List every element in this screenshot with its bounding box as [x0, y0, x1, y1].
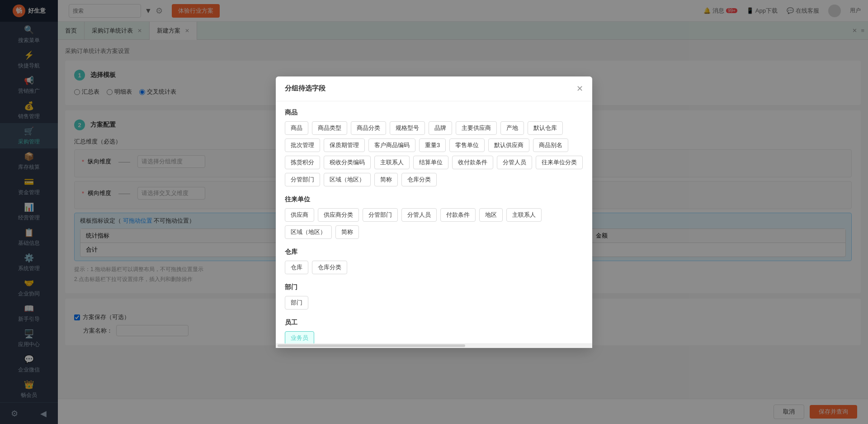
- field-tag-0-15[interactable]: 拣货积分: [285, 156, 320, 169]
- modal-section-tags-2: 仓库仓库分类: [285, 261, 583, 274]
- field-tag-0-12[interactable]: 零售单位: [449, 138, 485, 152]
- modal-section-title-3: 部门: [285, 283, 583, 291]
- field-tag-1-5[interactable]: 地区: [479, 208, 503, 222]
- modal-header: 分组待选字段 ✕: [276, 76, 592, 101]
- field-tag-0-17[interactable]: 主联系人: [374, 156, 410, 169]
- field-tag-0-19[interactable]: 收付款条件: [452, 156, 493, 169]
- field-tag-2-0[interactable]: 仓库: [285, 261, 308, 274]
- field-tag-0-23[interactable]: 区域（地区）: [324, 173, 371, 186]
- field-tag-0-7[interactable]: 默认仓库: [528, 121, 563, 135]
- modal-section-tags-1: 供应商供应商分类分管部门分管人员付款条件地区主联系人区域（地区）简称: [285, 208, 583, 239]
- field-tag-0-3[interactable]: 规格型号: [390, 121, 425, 135]
- field-tag-0-25[interactable]: 仓库分类: [401, 173, 437, 186]
- field-tag-1-1[interactable]: 供应商分类: [318, 208, 359, 222]
- modal-section-1: 往来单位供应商供应商分类分管部门分管人员付款条件地区主联系人区域（地区）简称: [285, 195, 583, 239]
- field-tag-1-3[interactable]: 分管人员: [401, 208, 437, 222]
- field-tag-0-10[interactable]: 客户商品编码: [368, 138, 415, 152]
- modal-section-title-0: 商品: [285, 109, 583, 117]
- field-tag-0-2[interactable]: 商品分类: [351, 121, 386, 135]
- modal-title: 分组待选字段: [285, 84, 326, 93]
- modal-section-title-1: 往来单位: [285, 195, 583, 204]
- field-tag-0-21[interactable]: 往来单位分类: [536, 156, 583, 169]
- modal-section-title-4: 员工: [285, 319, 583, 327]
- field-tag-0-24[interactable]: 简称: [374, 173, 398, 186]
- field-tag-0-13[interactable]: 默认供应商: [488, 138, 529, 152]
- modal-section-4: 员工业务员: [285, 319, 583, 343]
- field-tag-4-0[interactable]: 业务员: [285, 331, 314, 343]
- field-tag-0-9[interactable]: 保质期管理: [324, 138, 365, 152]
- field-tag-0-16[interactable]: 税收分类编码: [324, 156, 371, 169]
- field-tag-1-6[interactable]: 主联系人: [506, 208, 542, 222]
- field-tag-0-5[interactable]: 主要供应商: [456, 121, 497, 135]
- field-tag-0-6[interactable]: 产地: [500, 121, 524, 135]
- modal: 分组待选字段 ✕ 商品商品商品类型商品分类规格型号品牌主要供应商产地默认仓库批次…: [276, 76, 592, 348]
- modal-horizontal-scrollbar[interactable]: [276, 343, 592, 348]
- field-tag-0-8[interactable]: 批次管理: [285, 138, 320, 152]
- field-tag-1-8[interactable]: 简称: [335, 225, 359, 239]
- field-tag-1-7[interactable]: 区域（地区）: [285, 225, 332, 239]
- modal-section-tags-4: 业务员: [285, 331, 583, 343]
- modal-section-title-2: 仓库: [285, 248, 583, 256]
- modal-section-tags-3: 部门: [285, 296, 583, 310]
- field-tag-0-1[interactable]: 商品类型: [312, 121, 347, 135]
- field-tag-0-14[interactable]: 商品别名: [533, 138, 568, 152]
- field-tag-1-4[interactable]: 付款条件: [440, 208, 476, 222]
- modal-overlay[interactable]: 分组待选字段 ✕ 商品商品商品类型商品分类规格型号品牌主要供应商产地默认仓库批次…: [0, 0, 868, 424]
- modal-hscroll-thumb: [278, 344, 465, 347]
- field-tag-1-0[interactable]: 供应商: [285, 208, 314, 222]
- field-tag-3-0[interactable]: 部门: [285, 296, 308, 310]
- modal-body: 商品商品商品类型商品分类规格型号品牌主要供应商产地默认仓库批次管理保质期管理客户…: [276, 101, 592, 343]
- field-tag-0-22[interactable]: 分管部门: [285, 173, 320, 186]
- modal-close-icon[interactable]: ✕: [576, 84, 583, 94]
- modal-section-3: 部门部门: [285, 283, 583, 310]
- modal-section-0: 商品商品商品类型商品分类规格型号品牌主要供应商产地默认仓库批次管理保质期管理客户…: [285, 109, 583, 186]
- field-tag-1-2[interactable]: 分管部门: [363, 208, 398, 222]
- modal-section-tags-0: 商品商品类型商品分类规格型号品牌主要供应商产地默认仓库批次管理保质期管理客户商品…: [285, 121, 583, 186]
- modal-section-2: 仓库仓库仓库分类: [285, 248, 583, 274]
- field-tag-0-4[interactable]: 品牌: [429, 121, 452, 135]
- field-tag-0-20[interactable]: 分管人员: [497, 156, 532, 169]
- field-tag-0-18[interactable]: 结算单位: [413, 156, 448, 169]
- field-tag-0-0[interactable]: 商品: [285, 121, 308, 135]
- field-tag-2-1[interactable]: 仓库分类: [312, 261, 347, 274]
- field-tag-0-11[interactable]: 重量3: [419, 138, 446, 152]
